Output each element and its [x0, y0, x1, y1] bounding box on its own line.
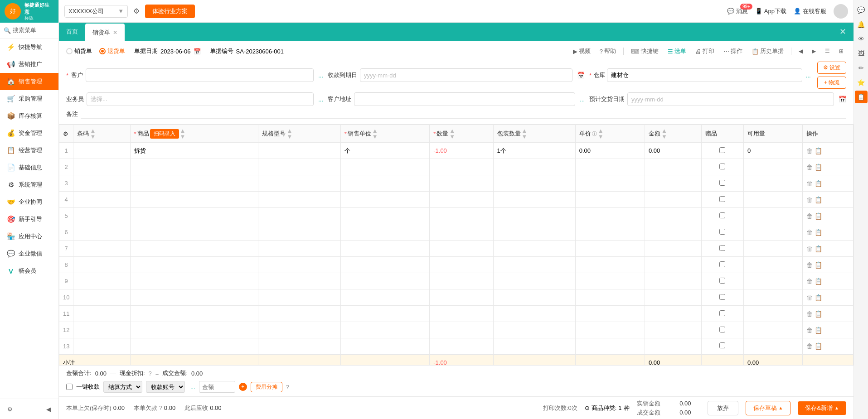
delete-icon[interactable]: 🗑: [806, 229, 813, 236]
message-button[interactable]: 💬 消息 99+: [727, 7, 748, 15]
pkg-qty-cell[interactable]: 1个: [493, 143, 575, 159]
amount-cell[interactable]: 0.00: [645, 143, 701, 159]
qty-cell[interactable]: [430, 322, 493, 338]
sidebar-item-enterprise[interactable]: 🤝 企业协同: [0, 193, 58, 211]
sidebar-item-basic-info[interactable]: 📄 基础信息: [0, 159, 58, 176]
unit-cell[interactable]: [340, 322, 430, 338]
salesperson-more-icon[interactable]: ...: [318, 96, 323, 103]
amount-cell[interactable]: [645, 273, 701, 289]
gift-cell[interactable]: [702, 224, 744, 241]
abandon-button[interactable]: 放弃: [708, 401, 738, 415]
barcode-cell[interactable]: [73, 322, 130, 338]
spec-cell[interactable]: [258, 192, 340, 208]
copy-icon[interactable]: 📋: [815, 342, 822, 350]
help-btn[interactable]: ? 帮助: [597, 46, 619, 56]
copy-icon[interactable]: 📋: [815, 294, 822, 301]
gift-cell[interactable]: [702, 159, 744, 175]
sidebar-item-purchase[interactable]: 🛒 采购管理: [0, 90, 58, 107]
spec-cell[interactable]: [258, 208, 340, 224]
sidebar-item-member[interactable]: V 畅会员: [0, 262, 58, 279]
amount-cell[interactable]: [645, 224, 701, 241]
delete-icon[interactable]: 🗑: [806, 294, 813, 301]
logistics-button[interactable]: + 物流: [817, 77, 846, 89]
spec-cell[interactable]: [258, 143, 340, 159]
pkg-qty-cell[interactable]: [493, 175, 575, 192]
delete-icon[interactable]: 🗑: [806, 196, 813, 203]
print-btn[interactable]: 🖨 打印: [693, 46, 717, 56]
qty-cell[interactable]: [430, 306, 493, 322]
unit-cell[interactable]: [340, 289, 430, 306]
video-btn[interactable]: ▶ 视频: [570, 46, 593, 56]
price-cell[interactable]: [575, 338, 645, 355]
sidebar-search[interactable]: 🔍 搜索菜单: [0, 23, 58, 39]
gift-cell[interactable]: [702, 175, 744, 192]
customer-addr-more-icon[interactable]: ...: [580, 96, 585, 103]
sidebar-item-app-center[interactable]: 🏪 应用中心: [0, 228, 58, 245]
online-service-button[interactable]: 👤 在线客服: [794, 7, 826, 15]
pkg-qty-cell[interactable]: [493, 192, 575, 208]
price-cell[interactable]: [575, 224, 645, 241]
goods-cell[interactable]: [130, 241, 258, 257]
gift-cell[interactable]: [702, 143, 744, 159]
gift-cell[interactable]: [702, 306, 744, 322]
amount-cell[interactable]: [645, 208, 701, 224]
expected-date-calendar-icon[interactable]: 📅: [839, 96, 846, 103]
unit-cell[interactable]: [340, 224, 430, 241]
unit-cell[interactable]: [340, 192, 430, 208]
qty-cell[interactable]: [430, 192, 493, 208]
barcode-cell[interactable]: [73, 289, 130, 306]
settings-button[interactable]: ⚙ 设置: [817, 62, 846, 74]
price-cell[interactable]: [575, 306, 645, 322]
sidebar-item-finance[interactable]: 💰 资金管理: [0, 125, 58, 142]
delete-icon[interactable]: 🗑: [806, 164, 813, 171]
goods-cell[interactable]: [130, 338, 258, 355]
goods-cell[interactable]: [130, 175, 258, 192]
sidebar-item-wechat[interactable]: 💬 企业微信: [0, 245, 58, 262]
delete-icon[interactable]: 🗑: [806, 310, 813, 318]
spec-cell[interactable]: [258, 224, 340, 241]
price-cell[interactable]: [575, 322, 645, 338]
amount-cell[interactable]: [645, 322, 701, 338]
copy-icon[interactable]: 📋: [815, 310, 822, 318]
amount-cell[interactable]: [645, 159, 701, 175]
pkg-qty-cell[interactable]: [493, 306, 575, 322]
salesperson-input[interactable]: 选择...: [87, 92, 314, 106]
gift-cell[interactable]: [702, 289, 744, 306]
pkg-qty-cell[interactable]: [493, 322, 575, 338]
unit-cell[interactable]: [340, 159, 430, 175]
view-grid[interactable]: ⊞: [836, 47, 846, 55]
delete-icon[interactable]: 🗑: [806, 147, 813, 154]
delete-icon[interactable]: 🗑: [806, 261, 813, 269]
gift-cell[interactable]: [702, 241, 744, 257]
barcode-cell[interactable]: [73, 224, 130, 241]
copy-icon[interactable]: 📋: [815, 278, 822, 285]
price-cell[interactable]: [575, 241, 645, 257]
unit-cell[interactable]: 个: [340, 143, 430, 159]
shortcut-btn[interactable]: ⌨ 快捷键: [628, 46, 661, 56]
amount-cell[interactable]: [645, 306, 701, 322]
price-cell[interactable]: [575, 273, 645, 289]
note-input[interactable]: [81, 110, 846, 119]
due-date-calendar-icon[interactable]: 📅: [577, 72, 585, 79]
warehouse-input[interactable]: 建材仓: [607, 68, 802, 82]
spec-cell[interactable]: [258, 159, 340, 175]
goods-cell[interactable]: [130, 159, 258, 175]
goods-cell[interactable]: [130, 322, 258, 338]
copy-icon[interactable]: 📋: [815, 327, 822, 334]
spec-cell[interactable]: [258, 273, 340, 289]
gift-cell[interactable]: [702, 338, 744, 355]
customer-more-icon[interactable]: ...: [318, 72, 323, 79]
price-cell[interactable]: [575, 289, 645, 306]
amount-cell[interactable]: [645, 338, 701, 355]
goods-cell[interactable]: 拆货: [130, 143, 258, 159]
right-sidebar-image-icon[interactable]: 🖼: [855, 47, 868, 60]
unit-cell[interactable]: [340, 241, 430, 257]
delete-icon[interactable]: 🗑: [806, 212, 813, 220]
warehouse-more-icon[interactable]: ...: [806, 72, 811, 79]
copy-icon[interactable]: 📋: [815, 229, 822, 236]
barcode-cell[interactable]: [73, 241, 130, 257]
barcode-cell[interactable]: [73, 208, 130, 224]
spec-cell[interactable]: [258, 257, 340, 273]
delete-icon[interactable]: 🗑: [806, 180, 813, 187]
right-sidebar-edit-icon[interactable]: ✏: [855, 62, 868, 74]
